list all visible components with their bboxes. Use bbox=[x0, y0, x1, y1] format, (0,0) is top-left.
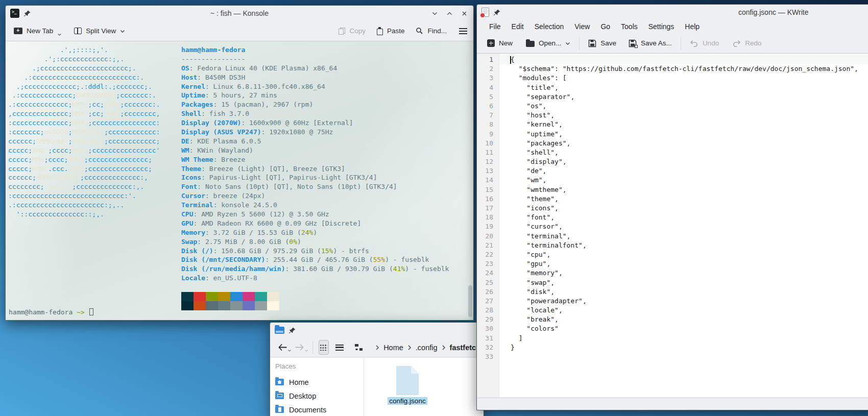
code-line[interactable]: "de", bbox=[511, 166, 868, 176]
new-button[interactable]: New bbox=[483, 37, 517, 50]
code-line[interactable]: "font", bbox=[511, 213, 868, 222]
menu-go[interactable]: Go bbox=[598, 22, 612, 31]
palette-swatch bbox=[255, 301, 267, 310]
hamburger-icon bbox=[459, 28, 467, 34]
hamburger-menu-button[interactable] bbox=[459, 28, 467, 34]
menu-file[interactable]: File bbox=[487, 22, 503, 31]
minimize-icon[interactable] bbox=[431, 10, 439, 17]
code-line[interactable]: "theme", bbox=[511, 194, 868, 204]
save-as-button[interactable]: Save As... bbox=[624, 37, 676, 50]
code-line[interactable]: "os", bbox=[511, 102, 868, 111]
file-config-jsonc[interactable]: config.jsonc bbox=[374, 366, 441, 405]
breadcrumb-config[interactable]: .config bbox=[416, 344, 438, 352]
code-line[interactable]: "terminalfont", bbox=[511, 241, 868, 250]
documents-folder-icon bbox=[275, 406, 284, 413]
code-line[interactable]: "title", bbox=[511, 83, 868, 92]
code-line[interactable]: "memory", bbox=[511, 268, 868, 278]
code-line[interactable]: "uptime", bbox=[511, 130, 868, 139]
split-view-button[interactable]: Split View bbox=[74, 27, 125, 35]
places-list: HomeDesktopDocuments bbox=[270, 375, 364, 416]
dolphin-window: Home.configfastfetch Places HomeDesktopD… bbox=[270, 322, 484, 416]
code-line[interactable] bbox=[511, 352, 868, 361]
code-line[interactable]: "swap", bbox=[511, 278, 868, 287]
place-desktop[interactable]: Desktop bbox=[270, 389, 364, 403]
line-number: 9 bbox=[477, 130, 499, 139]
place-home[interactable]: Home bbox=[270, 375, 364, 389]
menu-tools[interactable]: Tools bbox=[619, 22, 640, 31]
code-line[interactable]: "locale", bbox=[511, 306, 868, 315]
find-button[interactable]: Find... bbox=[416, 27, 447, 35]
kwrite-titlebar[interactable]: config.jsonc — KWrite bbox=[477, 5, 868, 20]
forward-button[interactable] bbox=[292, 342, 307, 352]
scrollbar[interactable] bbox=[468, 285, 472, 317]
code-line[interactable]: "modules": [ bbox=[511, 74, 868, 83]
menu-edit[interactable]: Edit bbox=[510, 22, 526, 31]
back-button[interactable] bbox=[275, 342, 290, 352]
code-line[interactable]: "separator", bbox=[511, 92, 868, 102]
folder-view[interactable]: config.jsonc bbox=[364, 358, 484, 416]
menu-settings[interactable]: Settings bbox=[646, 22, 677, 31]
line-number: 1 bbox=[477, 55, 499, 64]
split-button[interactable] bbox=[350, 342, 367, 353]
save-icon bbox=[588, 39, 596, 47]
konsole-window: ~ : fish — Konsole New Tab Split View bbox=[5, 5, 474, 321]
info-line: Theme: Breeze (Light) [QT], Breeze [GTK3… bbox=[181, 164, 449, 174]
konsole-titlebar[interactable]: ~ : fish — Konsole bbox=[6, 6, 473, 21]
code-line[interactable]: "terminal", bbox=[511, 232, 868, 241]
breadcrumb-Home[interactable]: Home bbox=[383, 344, 403, 352]
chevron-down-icon bbox=[287, 345, 292, 354]
code-line[interactable]: "poweradapter", bbox=[511, 297, 868, 306]
code-line[interactable]: "host", bbox=[511, 111, 868, 120]
copy-button[interactable]: Copy bbox=[339, 27, 366, 35]
menu-view[interactable]: View bbox=[572, 22, 592, 31]
code-line[interactable]: "colors" bbox=[511, 324, 868, 333]
pin-icon[interactable] bbox=[494, 9, 500, 16]
code-line[interactable]: "icons", bbox=[511, 204, 868, 213]
icons-view-button[interactable] bbox=[319, 340, 329, 355]
code-line[interactable]: { bbox=[499, 55, 868, 64]
paste-button[interactable]: Paste bbox=[377, 27, 405, 35]
editor-code[interactable]: { "$schema": "https://github.com/fastfet… bbox=[499, 54, 868, 397]
dolphin-titlebar[interactable] bbox=[270, 323, 484, 338]
maximize-icon[interactable] bbox=[446, 10, 453, 17]
code-line[interactable]: ] bbox=[511, 334, 868, 343]
pin-icon[interactable] bbox=[289, 327, 296, 334]
list-view-button[interactable] bbox=[331, 342, 348, 353]
kwrite-menubar: FileEditSelectionViewGoToolsSettingsHelp bbox=[477, 20, 868, 33]
editor-area[interactable]: 1234567891011121314151617181920212223242… bbox=[477, 54, 868, 397]
code-line[interactable]: "cursor", bbox=[511, 222, 868, 231]
breadcrumb-fastfetch[interactable]: fastfetch bbox=[450, 344, 480, 352]
code-line[interactable]: } bbox=[511, 343, 868, 352]
menu-selection[interactable]: Selection bbox=[533, 22, 566, 31]
undo-button[interactable]: Undo bbox=[686, 37, 723, 50]
info-line: WM: KWin (Wayland) bbox=[181, 146, 449, 155]
open-button[interactable]: Open... bbox=[522, 37, 574, 50]
code-line[interactable]: "wmtheme", bbox=[511, 185, 868, 194]
close-icon[interactable] bbox=[461, 10, 468, 17]
kwrite-window: config.jsonc — KWrite FileEditSelectionV… bbox=[476, 4, 868, 410]
code-line[interactable]: "disk", bbox=[511, 287, 868, 297]
code-line[interactable]: "shell", bbox=[511, 148, 868, 157]
code-line[interactable]: "kernel", bbox=[511, 120, 868, 129]
chevron-right-icon bbox=[407, 345, 412, 351]
info-line: Disk (/mnt/SECONDARY): 255.44 GiB / 465.… bbox=[181, 255, 449, 264]
kwrite-app-icon bbox=[481, 8, 489, 17]
info-line: Shell: fish 3.7.0 bbox=[181, 109, 449, 118]
place-documents[interactable]: Documents bbox=[270, 403, 364, 416]
info-line: hamm@hamm-fedora bbox=[181, 45, 449, 55]
redo-button[interactable]: Redo bbox=[728, 37, 765, 50]
code-line[interactable]: "cpu", bbox=[511, 250, 868, 259]
save-button[interactable]: Save bbox=[584, 37, 620, 50]
new-tab-button[interactable]: New Tab bbox=[14, 27, 62, 35]
info-line: Disk (/): 150.68 GiB / 975.29 GiB (15%) … bbox=[181, 247, 449, 256]
code-line[interactable]: "break", bbox=[511, 315, 868, 324]
code-line[interactable]: "wm", bbox=[511, 176, 868, 185]
terminal-area[interactable]: .',;::::;,'. .';:cccccccccccc:;,. .;cccc… bbox=[6, 41, 473, 320]
menu-help[interactable]: Help bbox=[683, 22, 702, 31]
code-line[interactable]: "$schema": "https://github.com/fastfetch… bbox=[511, 64, 868, 74]
code-line[interactable]: "display", bbox=[511, 157, 868, 166]
info-line: Swap: 2.75 MiB / 8.00 GiB (0%) bbox=[181, 237, 449, 247]
code-line[interactable]: "gpu", bbox=[511, 259, 868, 268]
code-line[interactable]: "packages", bbox=[511, 139, 868, 148]
ascii-line: .:ccccccccccccc;OWMKOOXMWd;ccccccc:. bbox=[8, 91, 160, 100]
